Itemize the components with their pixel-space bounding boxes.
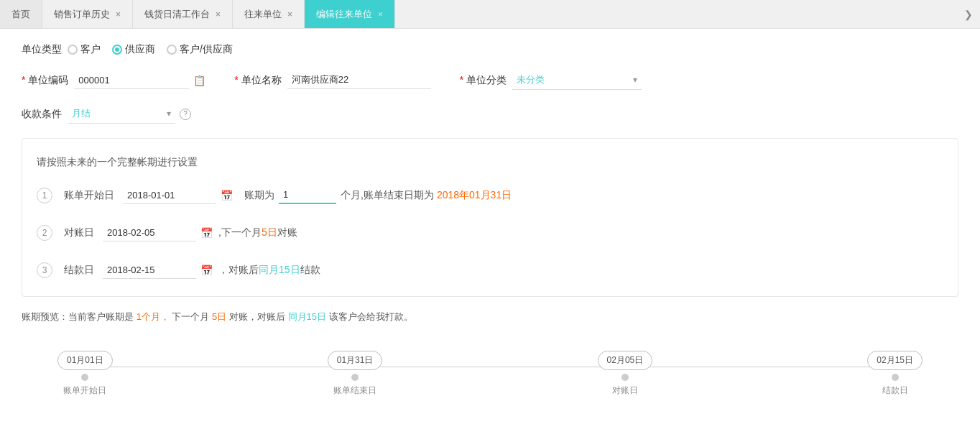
payment-terms-label: 收款条件 — [22, 108, 62, 121]
tab-cash-workbench-close[interactable]: × — [216, 9, 221, 19]
step-1-row: 1 账单开始日 📅 账期为 个月,账单结束日期为 2018年01月31日 — [37, 186, 943, 204]
step-2-label: 对账日 — [64, 226, 94, 239]
step-1-calendar-icon[interactable]: 📅 — [221, 190, 233, 201]
tab-partner-units-close[interactable]: × — [287, 9, 292, 19]
unit-category-label: 单位分类 — [460, 74, 507, 87]
timeline-label-4: 结款日 — [882, 385, 908, 397]
preview-section: 账期预览：当前客户账期是 1个月， 下一个月 5日 对账，对账后 同月15日 该… — [22, 308, 958, 325]
payment-terms-select[interactable]: 月结 ▾ — [68, 104, 175, 124]
radio-both[interactable]: 客户/供应商 — [167, 43, 233, 56]
unit-category-value: 未分类 — [517, 73, 630, 86]
radio-both-label: 客户/供应商 — [180, 43, 233, 56]
tab-edit-partner-label: 编辑往来单位 — [316, 8, 372, 21]
payment-terms-value: 月结 — [72, 107, 164, 120]
tab-home-label: 首页 — [11, 8, 30, 21]
step-2-row: 2 对账日 📅 ,下一个月 5日 对账 — [37, 224, 943, 242]
preview-part2-highlight: 5日 — [212, 311, 226, 322]
tab-cash-workbench[interactable]: 钱货日清工作台 × — [133, 0, 233, 28]
timeline-label-3: 对账日 — [612, 385, 638, 397]
payment-chevron-icon: ▾ — [167, 109, 171, 119]
preview-part3: 对账，对账后 — [229, 311, 285, 322]
unit-code-field: 单位编码 000001 📋 — [22, 72, 205, 89]
unit-code-input[interactable]: 000001 — [74, 72, 189, 89]
step-3-calendar-icon[interactable]: 📅 — [200, 264, 213, 276]
step-3-suffix-after: 结款 — [300, 264, 320, 277]
timeline-node-3: 02月05日 对账日 — [598, 351, 653, 397]
unit-info-row: 单位编码 000001 📋 单位名称 单位分类 未分类 ▾ — [22, 70, 958, 90]
radio-customer-circle — [68, 45, 78, 55]
unit-category-field: 单位分类 未分类 ▾ — [460, 70, 642, 90]
step-2-calendar-icon[interactable]: 📅 — [200, 227, 213, 239]
timeline-bubble-1: 01月01日 — [57, 351, 113, 370]
payment-terms-field: 收款条件 月结 ▾ ? — [22, 104, 191, 124]
timeline-label-2: 账单结束日 — [333, 385, 376, 397]
timeline-label-1: 账单开始日 — [63, 385, 106, 397]
tab-bar: 首页 销售订单历史 × 钱货日清工作台 × 往来单位 × 编辑往来单位 × ❯ — [0, 0, 980, 29]
timeline-dot-4 — [892, 374, 899, 381]
unit-code-label: 单位编码 — [22, 74, 68, 87]
radio-supplier-circle — [112, 45, 122, 55]
timeline-dot-1 — [81, 374, 88, 381]
radio-both-circle — [167, 45, 177, 55]
unit-name-field: 单位名称 — [234, 72, 430, 89]
step-1-period-input[interactable] — [279, 186, 336, 204]
tab-more-button[interactable]: ❯ — [957, 0, 980, 28]
step-1-period-unit: 个月,账单结束日期为 — [341, 189, 434, 202]
tab-home[interactable]: 首页 — [0, 0, 42, 28]
tab-edit-partner[interactable]: 编辑往来单位 × — [305, 0, 395, 28]
preview-part3-highlight: 同月15日 — [288, 311, 326, 322]
tab-cash-workbench-label: 钱货日清工作台 — [144, 8, 210, 21]
step-2-num: 2 — [37, 225, 52, 241]
step-2-suffix-before: ,下一个月 — [218, 226, 262, 239]
radio-customer[interactable]: 客户 — [68, 43, 101, 56]
tab-sales-history[interactable]: 销售订单历史 × — [42, 0, 133, 28]
timeline-bubble-3: 02月05日 — [598, 351, 653, 370]
step-3-suffix-before: ，对账后 — [218, 264, 259, 277]
preview-part2: 下一个月 — [172, 311, 209, 322]
section-description: 请按照未来的一个完整帐期进行设置 — [37, 156, 943, 169]
unit-name-input[interactable] — [287, 72, 431, 89]
timeline-dot-2 — [351, 374, 359, 381]
timeline-node-2: 01月31日 账单结束日 — [328, 351, 383, 397]
timeline-section: 01月01日 账单开始日 01月31日 账单结束日 02月05日 对账日 — [22, 339, 958, 404]
timeline-nodes: 01月01日 账单开始日 01月31日 账单结束日 02月05日 对账日 — [57, 351, 923, 397]
radio-customer-label: 客户 — [80, 43, 101, 56]
step-3-label: 结款日 — [64, 264, 94, 277]
payment-terms-row: 收款条件 月结 ▾ ? — [22, 104, 958, 124]
tab-sales-history-label: 销售订单历史 — [54, 8, 110, 21]
unit-type-radio-group: 客户 供应商 客户/供应商 — [68, 43, 233, 56]
timeline-node-4: 02月15日 结款日 — [867, 351, 923, 397]
step-2-date-input[interactable] — [103, 224, 196, 242]
step-3-row: 3 结款日 📅 ，对账后 同月15日 结款 — [37, 262, 943, 279]
preview-part4: 该客户会给我打款。 — [329, 311, 413, 322]
step-3-suffix-highlight: 同月15日 — [259, 264, 300, 277]
billing-section: 请按照未来的一个完整帐期进行设置 1 账单开始日 📅 账期为 个月,账单结束日期… — [22, 138, 958, 297]
radio-supplier-label: 供应商 — [125, 43, 155, 56]
timeline-dot-3 — [621, 374, 629, 381]
unit-type-field: 单位类型 客户 供应商 客户/供应商 — [22, 43, 233, 56]
unit-type-label: 单位类型 — [22, 43, 62, 56]
timeline-node-1: 01月01日 账单开始日 — [57, 351, 113, 397]
step-1-label: 账单开始日 — [64, 189, 114, 202]
step-3-date-input[interactable] — [103, 262, 196, 279]
step-2-suffix-highlight: 5日 — [262, 226, 277, 239]
step-1-period-end: 2018年01月31日 — [437, 189, 512, 202]
radio-supplier[interactable]: 供应商 — [112, 43, 155, 56]
timeline-bubble-2: 01月31日 — [328, 351, 383, 370]
tab-edit-partner-close[interactable]: × — [378, 9, 383, 19]
step-2-suffix-after: 对账 — [277, 226, 297, 239]
step-1-num: 1 — [37, 188, 52, 203]
chevron-down-icon: ▾ — [633, 75, 637, 85]
step-1-period-label: 账期为 — [244, 189, 274, 202]
tab-partner-units-label: 往来单位 — [244, 8, 282, 21]
tab-sales-history-close[interactable]: × — [116, 9, 121, 19]
unit-code-icon[interactable]: 📋 — [193, 75, 205, 86]
timeline-bubble-4: 02月15日 — [867, 351, 923, 370]
main-content: 单位类型 客户 供应商 客户/供应商 单位编码 000001 — [0, 29, 980, 437]
preview-part1: 1个月， — [137, 311, 170, 322]
tab-partner-units[interactable]: 往来单位 × — [233, 0, 305, 28]
unit-type-row: 单位类型 客户 供应商 客户/供应商 — [22, 43, 958, 56]
step-1-date-input[interactable] — [123, 187, 216, 204]
unit-category-select[interactable]: 未分类 ▾ — [512, 70, 642, 90]
help-icon[interactable]: ? — [180, 109, 191, 120]
